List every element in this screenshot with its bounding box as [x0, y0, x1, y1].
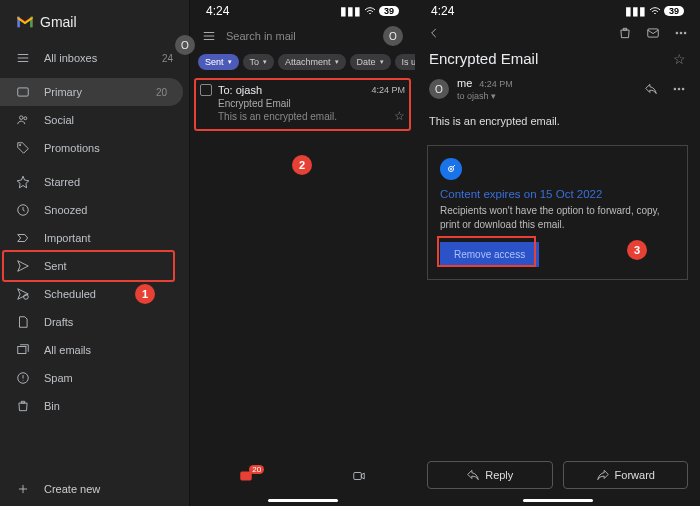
- schedule-icon: [16, 287, 30, 301]
- brand: Gmail: [0, 0, 189, 44]
- highlight-3: [437, 236, 536, 267]
- status-signal: ▮▮▮ 39: [340, 4, 399, 18]
- email-subject: Encrypted Email: [218, 98, 405, 109]
- mail-body: This is an encrypted email.: [415, 109, 700, 133]
- svg-point-18: [450, 168, 452, 170]
- wifi-icon: [364, 6, 376, 16]
- reply-icon[interactable]: [644, 82, 658, 96]
- chip-isunread[interactable]: Is u: [395, 54, 415, 70]
- svg-rect-0: [18, 88, 29, 96]
- mail-tab-icon[interactable]: 20: [239, 469, 253, 485]
- email-time: 4:24 PM: [371, 85, 405, 95]
- to-label[interactable]: to ojash ▾: [457, 91, 496, 101]
- stack-icon: [16, 51, 30, 65]
- forward-button[interactable]: Forward: [563, 461, 689, 489]
- top-actions: [415, 20, 700, 46]
- sender-row: O me 4:24 PM to ojash ▾: [415, 75, 700, 109]
- annotation-badge-2: 2: [292, 155, 312, 175]
- svg-point-16: [682, 88, 684, 90]
- sidebar-item-snoozed[interactable]: Snoozed: [0, 196, 189, 224]
- back-icon[interactable]: [427, 26, 441, 40]
- tag-icon: [16, 141, 30, 155]
- partial-avatar: O: [175, 35, 195, 55]
- sidebar: Gmail All inboxes 24 Primary 20 Social P…: [0, 0, 190, 506]
- mail-detail-pane: 4:24 ▮▮▮ 39 Encrypted Email ☆ O me 4:24 …: [415, 0, 700, 506]
- file-icon: [16, 315, 30, 329]
- battery-level: 39: [379, 6, 399, 16]
- star-icon: [16, 175, 30, 189]
- sidebar-item-promotions[interactable]: Promotions: [0, 134, 189, 162]
- send-icon: [16, 259, 30, 273]
- sender-time: 4:24 PM: [479, 79, 513, 89]
- inbox-icon: [16, 85, 30, 99]
- sidebar-item-allemails[interactable]: All emails: [0, 336, 189, 364]
- forward-arrow-icon: [596, 468, 610, 482]
- checkbox[interactable]: [200, 84, 212, 96]
- email-row[interactable]: To: ojash 4:24 PM Encrypted Email This i…: [190, 76, 415, 131]
- email-to: To: ojash: [218, 84, 262, 96]
- sidebar-item-sent[interactable]: Sent: [0, 252, 189, 280]
- star-icon[interactable]: ☆: [673, 51, 686, 67]
- star-icon[interactable]: ☆: [394, 109, 405, 123]
- sidebar-item-important[interactable]: Important: [0, 224, 189, 252]
- status-bar: 4:24 ▮▮▮ 39: [190, 0, 415, 20]
- confidential-box: Content expires on 15 Oct 2022 Recipient…: [427, 145, 688, 280]
- search-input[interactable]: Search in mail: [226, 30, 373, 42]
- svg-point-11: [676, 32, 678, 34]
- email-snippet: This is an encrypted email.: [218, 111, 337, 122]
- chip-date[interactable]: Date: [350, 54, 391, 70]
- more-icon[interactable]: [674, 26, 688, 40]
- delete-icon[interactable]: [618, 26, 632, 40]
- create-new-button[interactable]: Create new: [0, 472, 189, 506]
- chip-to[interactable]: To: [243, 54, 275, 70]
- sidebar-item-drafts[interactable]: Drafts: [0, 308, 189, 336]
- svg-point-2: [24, 117, 27, 120]
- confidential-icon: [440, 158, 462, 180]
- sidebar-item-social[interactable]: Social: [0, 106, 189, 134]
- detail-title: Encrypted Email: [429, 50, 538, 67]
- confidential-title: Content expires on 15 Oct 2022: [440, 188, 675, 200]
- gmail-icon: [16, 15, 34, 29]
- chip-attachment[interactable]: Attachment: [278, 54, 346, 70]
- svg-point-13: [684, 32, 686, 34]
- sidebar-item-allinboxes[interactable]: All inboxes 24: [0, 44, 189, 72]
- sidebar-item-scheduled[interactable]: Scheduled 1: [0, 280, 189, 308]
- svg-point-15: [678, 88, 680, 90]
- reply-button[interactable]: Reply: [427, 461, 553, 489]
- annotation-badge-3: 3: [627, 240, 647, 260]
- svg-rect-6: [18, 347, 26, 354]
- home-indicator: [268, 499, 338, 502]
- sender-avatar: O: [429, 79, 449, 99]
- confidential-desc: Recipients won't have the option to forw…: [440, 204, 675, 232]
- mail-list-pane: 4:24 ▮▮▮ 39 O Search in mail O Sent To A…: [190, 0, 415, 506]
- menu-icon[interactable]: [202, 29, 216, 43]
- status-bar-r: 4:24 ▮▮▮ 39: [415, 0, 700, 20]
- svg-point-3: [20, 145, 21, 146]
- reply-row: Reply Forward: [415, 451, 700, 499]
- reply-arrow-icon: [466, 468, 480, 482]
- mail-count-badge: 20: [249, 465, 264, 474]
- status-time: 4:24: [206, 4, 229, 18]
- wifi-icon: [649, 6, 661, 16]
- svg-rect-10: [648, 29, 659, 37]
- sidebar-item-primary[interactable]: Primary 20: [0, 78, 183, 106]
- chip-sent[interactable]: Sent: [198, 54, 239, 70]
- filter-chips: Sent To Attachment Date Is u: [190, 52, 415, 76]
- mail-icon[interactable]: [646, 26, 660, 40]
- spam-icon: [16, 371, 30, 385]
- svg-point-1: [20, 116, 24, 120]
- brand-text: Gmail: [40, 14, 77, 30]
- meet-tab-icon[interactable]: [352, 469, 366, 485]
- sidebar-item-bin[interactable]: Bin: [0, 392, 189, 420]
- annotation-badge-1: 1: [135, 284, 155, 304]
- allmail-icon: [16, 343, 30, 357]
- trash-icon: [16, 399, 30, 413]
- svg-point-14: [674, 88, 676, 90]
- sidebar-item-starred[interactable]: Starred: [0, 168, 189, 196]
- sender-name: me: [457, 77, 472, 89]
- account-avatar[interactable]: O: [383, 26, 403, 46]
- search-row: Search in mail O: [190, 20, 415, 52]
- important-icon: [16, 231, 30, 245]
- more-icon[interactable]: [672, 82, 686, 96]
- sidebar-item-spam[interactable]: Spam: [0, 364, 189, 392]
